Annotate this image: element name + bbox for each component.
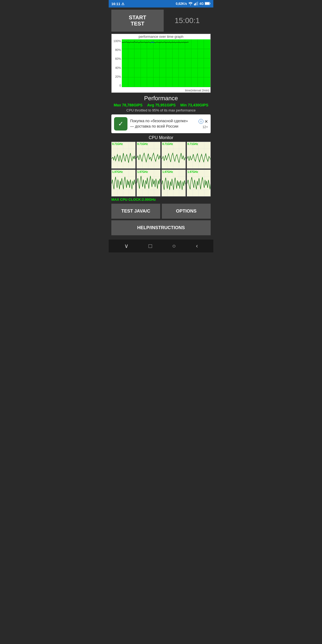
grid-cell [198, 77, 204, 87]
cpu-core-4-graph [187, 142, 211, 168]
grid-cell [128, 68, 135, 78]
grid-cell [147, 58, 153, 68]
help-instructions-button[interactable]: HELP/INSTRUCTIONS [111, 220, 211, 235]
graph-y-labels: 100% 80% 60% 40% 20% 0 [112, 39, 122, 87]
grid-cell [153, 68, 160, 78]
ad-icon: ✓ [114, 117, 127, 131]
nav-square-icon[interactable]: □ [149, 243, 152, 250]
ad-close-button[interactable]: ✕ [204, 119, 208, 124]
y-label-0: 0 [112, 84, 122, 87]
nav-down-icon[interactable]: ∨ [124, 243, 129, 250]
grid-cell [204, 68, 210, 78]
cpu-core-5: 1.97GHz [111, 170, 136, 196]
svg-rect-7 [112, 142, 135, 168]
grid-cell [122, 77, 128, 87]
svg-rect-0 [194, 4, 195, 5]
grid-cell [166, 68, 173, 78]
performance-section: Performance Max 78,788GIPS Avg 75,951GIP… [111, 95, 211, 112]
grid-cell [185, 58, 192, 68]
svg-rect-49 [162, 170, 185, 196]
test-java-c-button[interactable]: TEST JAVA/C [111, 204, 160, 219]
time-label: 16:11 [111, 2, 120, 6]
ad-text: Покупка по «безопасной сделке»— доставка… [130, 118, 188, 129]
grid-cell [204, 77, 210, 87]
cpu-core-7-freq: 1.97GHz [162, 170, 173, 173]
grid-cell [160, 68, 166, 78]
performance-title: Performance [111, 95, 211, 102]
grid-cell [147, 49, 153, 59]
grid-cell [191, 39, 198, 49]
cpu-core-7: 1.97GHz [162, 170, 186, 196]
grid-cell [173, 49, 179, 59]
grid-cell [141, 58, 147, 68]
grid-cell [153, 49, 160, 59]
grid-cell [185, 77, 192, 87]
y-label-40: 40% [112, 66, 122, 69]
svg-rect-28 [187, 142, 211, 168]
graph-time-label: time(interval 2min) [185, 89, 209, 92]
timer-display: 15:00:1 [164, 16, 211, 25]
ad-info-button[interactable]: i [199, 119, 203, 124]
cpu-grid-row2: 1.97GHz 1.97GHz [111, 170, 211, 196]
grid-cell [122, 68, 128, 78]
grid-cell [173, 77, 179, 87]
grid-cell [160, 49, 166, 59]
grid-cell [134, 58, 141, 68]
y-label-100: 100% [112, 39, 122, 43]
grid-cell [204, 39, 210, 49]
grid-cell [147, 68, 153, 78]
ad-content: ✓ Покупка по «безопасной сделке»— достав… [114, 117, 199, 131]
cpu-core-3-freq: 0.71GHz [162, 143, 173, 146]
main-content: START TEST 15:00:1 performance over time… [109, 8, 213, 240]
options-button[interactable]: OPTIONS [162, 204, 211, 219]
cpu-core-6-freq: 1.97GHz [137, 170, 148, 173]
cpu-core-8-freq: 1.97GHz [188, 170, 198, 173]
svg-rect-1 [195, 3, 196, 5]
grid-cell [191, 68, 198, 78]
signal-icon [194, 2, 198, 6]
nav-circle-icon[interactable]: ○ [172, 243, 176, 250]
cpu-core-3: 0.71GHz [162, 142, 186, 169]
y-label-60: 60% [112, 57, 122, 60]
cpu-core-2-freq: 0.71GHz [137, 143, 148, 146]
graph-grid: // Generate grid cells inline [122, 39, 210, 87]
grid-cell [141, 68, 147, 78]
graph-area: // Generate grid cells inline [122, 39, 210, 87]
svg-rect-5 [205, 2, 209, 5]
cpu-core-5-graph [112, 170, 135, 196]
grid-cell [173, 68, 179, 78]
performance-line-svg [122, 41, 189, 45]
grid-cell [166, 58, 173, 68]
nav-back-icon[interactable]: ‹ [196, 243, 198, 250]
grid-cell [198, 68, 204, 78]
grid-cell [153, 58, 160, 68]
grid-cell [134, 77, 141, 87]
cpu-core-6-graph [137, 170, 160, 196]
grid-cell [191, 58, 198, 68]
grid-cell [141, 77, 147, 87]
start-test-button[interactable]: START TEST [111, 10, 164, 32]
performance-stats: Max 78,788GIPS Avg 75,951GIPS Min 73,430… [111, 103, 211, 107]
cpu-core-1-graph [112, 142, 135, 168]
grid-cell [128, 49, 135, 59]
grid-cell [204, 58, 210, 68]
cpu-core-7-graph [162, 170, 185, 196]
grid-cell [128, 77, 135, 87]
grid-cell [185, 49, 192, 59]
cpu-core-4: 0.71GHz [187, 142, 211, 169]
ad-controls: i ✕ 12+ [199, 119, 208, 129]
svg-rect-6 [210, 3, 210, 4]
grid-cell [198, 49, 204, 59]
grid-cell [191, 49, 198, 59]
wifi-icon [188, 2, 193, 6]
grid-cell [160, 77, 166, 87]
grid-cell [185, 68, 192, 78]
grid-cell [166, 49, 173, 59]
cpu-core-2-graph [137, 142, 160, 168]
graph-title: performance over time graph [139, 35, 184, 39]
cpu-max-clock: MAX CPU CLOCK:2.00GHz [111, 198, 211, 202]
y-label-80: 80% [112, 48, 122, 51]
status-bar: 16:11 ⚠ 0,62K/s 4G [109, 0, 213, 8]
grid-cell [204, 49, 210, 59]
top-row: START TEST 15:00:1 [111, 10, 211, 32]
